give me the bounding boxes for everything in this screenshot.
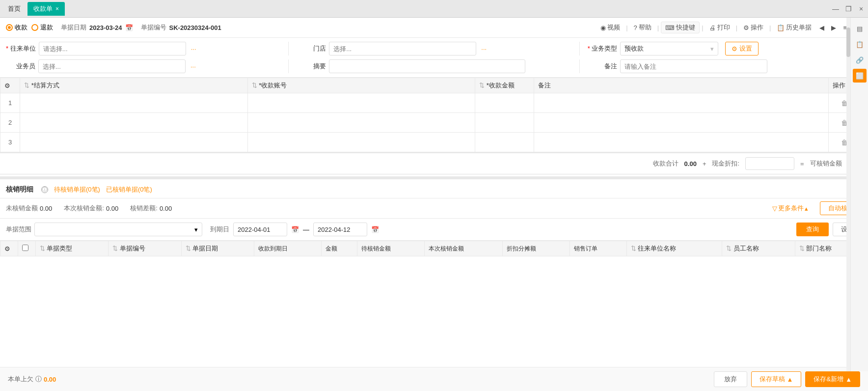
discard-button[interactable]: 放弃 <box>714 371 747 387</box>
date-from-input[interactable] <box>233 223 287 236</box>
tab-home[interactable]: 首页 <box>2 2 27 16</box>
date-label: 单据日期 <box>61 23 86 32</box>
row-2-account[interactable] <box>247 113 475 133</box>
business-type-label: * 业务类型 <box>588 44 618 53</box>
col-number-header: ⇅ 单据编号 <box>108 241 181 256</box>
discount-input[interactable] <box>745 157 794 170</box>
footer-actions: 放弃 保存草稿 ▲ 保存&新增 ▲ <box>714 371 860 387</box>
col-settings-bottom[interactable]: ⚙ <box>0 241 18 256</box>
window-restore-btn[interactable]: ❐ <box>843 4 853 14</box>
row-2-settlement[interactable] <box>20 113 248 133</box>
history-label: 历史单据 <box>786 23 812 32</box>
col-amount-header: 金额 <box>322 241 357 256</box>
partner-more-icon[interactable]: ··· <box>189 45 198 53</box>
row-1-account[interactable] <box>247 93 475 113</box>
col-discount-header: 折扣分摊额 <box>502 241 570 256</box>
sidebar-icon-4[interactable]: ⬜ <box>853 69 867 83</box>
date-to-input[interactable] <box>313 223 367 236</box>
row-2-amount[interactable] <box>475 113 534 133</box>
sort-date-icon[interactable]: ⇅ <box>186 245 191 252</box>
range-select[interactable]: ▾ <box>34 223 202 236</box>
sep4: | <box>735 24 738 31</box>
offset-info-icon[interactable]: ⓘ <box>41 186 48 193</box>
row-1-settlement[interactable] <box>20 93 248 113</box>
calendar-icon[interactable]: 📅 <box>125 24 133 31</box>
toolbar-operation[interactable]: ⚙ 操作 <box>739 22 767 33</box>
window-close-btn[interactable]: × <box>856 4 866 14</box>
query-button[interactable]: 查询 <box>796 223 829 236</box>
toolbar-shortcut[interactable]: ⌨ 快捷键 <box>661 22 700 33</box>
col-current-header: 本次核销金额 <box>425 241 502 256</box>
row-2-remark[interactable] <box>534 113 829 133</box>
toolbar-print[interactable]: 🖨 打印 <box>705 22 734 33</box>
staff-group: 业务员 ··· <box>6 59 280 73</box>
row-1-amount[interactable] <box>475 93 534 113</box>
col-remark-header: 备注 <box>534 78 829 93</box>
save-draft-button[interactable]: 保存草稿 ▲ <box>751 371 802 387</box>
table-row: 1 🗑 ⧉ <box>0 93 868 113</box>
footer-info-icon[interactable]: ⓘ <box>35 375 42 384</box>
sort-dept-icon[interactable]: ⇅ <box>799 245 805 252</box>
history-icon: 📋 <box>777 24 785 31</box>
diff-stat: 核销差额: 0.00 <box>130 204 172 213</box>
sort-icon-2[interactable]: ⇅ <box>252 82 257 89</box>
more-conditions-btn[interactable]: ▽ 更多条件 <box>772 204 808 213</box>
save-draft-chevron: ▲ <box>787 376 793 383</box>
row-3-amount[interactable] <box>475 133 534 152</box>
number-value: SK-20230324-001 <box>169 24 221 31</box>
sort-num-icon[interactable]: ⇅ <box>112 245 118 252</box>
print-label: 打印 <box>717 23 730 32</box>
save-new-button[interactable]: 保存&新增 ▲ <box>805 371 860 387</box>
remark-input[interactable] <box>620 59 767 73</box>
calendar-from-icon[interactable]: 📅 <box>291 226 299 233</box>
bottom-settings-icon[interactable]: ⚙ <box>4 245 10 252</box>
row-1-remark[interactable] <box>534 93 829 113</box>
row-3-remark[interactable] <box>534 133 829 152</box>
radio-receipt-label: 收款 <box>15 23 27 32</box>
row-3-account[interactable] <box>247 133 475 152</box>
store-label: 门店 <box>297 44 326 53</box>
sort-type-icon[interactable]: ⇅ <box>40 245 45 252</box>
sort-icon[interactable]: ⇅ <box>24 82 29 89</box>
staff-more-icon[interactable]: ··· <box>189 63 198 70</box>
setting-button[interactable]: ⚙ 设置 <box>725 42 759 56</box>
scrollbar-thumb[interactable] <box>846 28 850 57</box>
save-new-chevron: ▲ <box>845 376 852 383</box>
summary-input[interactable] <box>329 59 525 73</box>
sidebar-icon-2[interactable]: 📋 <box>853 37 867 51</box>
col-settings-header[interactable]: ⚙ <box>0 78 20 93</box>
sort-staff-icon[interactable]: ⇅ <box>726 245 732 252</box>
nav-prev-btn[interactable]: ◀ <box>816 22 827 33</box>
sort-partner-icon[interactable]: ⇅ <box>631 245 636 252</box>
calendar-to-icon[interactable]: 📅 <box>371 226 379 233</box>
toolbar-history[interactable]: 📋 历史单据 <box>773 22 815 33</box>
business-type-select[interactable]: 预收款 ▾ <box>620 42 718 56</box>
select-all-checkbox[interactable] <box>22 245 28 251</box>
staff-input[interactable] <box>38 59 186 73</box>
window-minimize-btn[interactable]: — <box>831 4 841 14</box>
col-due-date-header: 收款到期日 <box>254 241 322 256</box>
partner-input[interactable] <box>39 42 186 56</box>
sort-icon-3[interactable]: ⇅ <box>479 82 485 89</box>
radio-refund[interactable]: 退款 <box>31 23 53 32</box>
sidebar-icon-3[interactable]: 🔗 <box>853 53 867 67</box>
due-label: 到期日 <box>210 225 229 234</box>
shortcut-label: 快捷键 <box>676 23 695 32</box>
toolbar-help[interactable]: ? 帮助 <box>630 22 655 33</box>
table-settings-icon[interactable]: ⚙ <box>4 82 10 89</box>
tab-receipt[interactable]: 收款单 × <box>27 2 65 16</box>
row-3-settlement[interactable] <box>20 133 248 152</box>
radio-receipt[interactable]: 收款 <box>6 23 27 32</box>
nav-next-btn[interactable]: ▶ <box>828 22 839 33</box>
store-more-icon[interactable]: ··· <box>479 45 488 53</box>
toolbar-video[interactable]: ◉ 视频 <box>597 22 624 33</box>
sep5: | <box>768 24 772 31</box>
sidebar-icon-1[interactable]: ▤ <box>853 22 867 35</box>
tab-close-icon[interactable]: × <box>55 5 59 12</box>
remark-label: 备注 <box>588 62 617 71</box>
store-input[interactable] <box>329 42 476 56</box>
date-value[interactable]: 2023-03-24 <box>89 24 122 31</box>
col-checkbox-header[interactable] <box>18 241 36 256</box>
pending-tab-link[interactable]: 待核销单据(0笔) <box>54 185 100 194</box>
done-tab-link[interactable]: 已核销单据(0笔) <box>106 185 152 194</box>
